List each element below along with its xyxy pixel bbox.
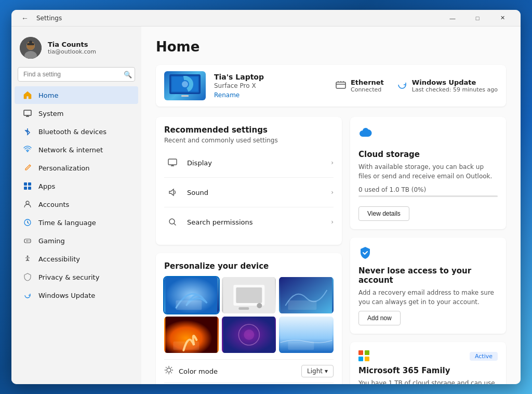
wallpaper-5[interactable]	[222, 317, 276, 353]
sidebar-item-update[interactable]: Windows Update	[15, 286, 138, 304]
search-permissions-icon	[164, 214, 181, 230]
home-icon	[23, 90, 32, 100]
display-arrow: ›	[331, 159, 334, 166]
sidebar-item-home[interactable]: Home	[15, 86, 138, 104]
sidebar-item-time[interactable]: Time & language	[15, 214, 138, 231]
user-section: Tia Counts tia@outlook.com	[11, 31, 141, 65]
ethernet-text: Ethernet Connected	[351, 78, 384, 93]
back-button[interactable]: ←	[18, 11, 32, 25]
ms365-title: Microsoft 365 Family	[358, 366, 498, 375]
ms365-red	[358, 350, 363, 355]
ethernet-status: Ethernet Connected	[335, 78, 384, 93]
display-label: Display	[187, 159, 331, 167]
sidebar-item-apps[interactable]: Apps	[15, 177, 138, 195]
sidebar-item-system-label: System	[38, 110, 63, 117]
minimize-button[interactable]: —	[441, 10, 464, 27]
security-title: Never lose access to your account	[358, 266, 498, 285]
sound-label: Sound	[187, 189, 331, 196]
color-mode-label: Color mode	[179, 367, 301, 375]
device-image	[164, 71, 206, 100]
add-now-button[interactable]: Add now	[358, 311, 401, 325]
avatar	[20, 37, 42, 59]
svg-rect-8	[28, 182, 31, 186]
wallpaper-2[interactable]	[222, 277, 276, 313]
sidebar-item-accounts[interactable]: Accounts	[15, 195, 138, 213]
sidebar: Tia Counts tia@outlook.com 🔍 Home	[11, 27, 141, 384]
cloud-storage-card: Cloud storage With available storage, yo…	[350, 117, 506, 229]
device-info: Tia's Laptop Surface Pro X Rename	[214, 73, 327, 99]
svg-point-11	[26, 201, 29, 204]
svg-point-19	[182, 81, 188, 87]
display-icon	[164, 154, 181, 171]
ms365-yellow	[365, 357, 369, 361]
sidebar-item-accessibility[interactable]: Accessibility	[15, 250, 138, 268]
status-chips: Ethernet Connected Windows Update Last c…	[335, 78, 498, 93]
svg-rect-32	[288, 300, 317, 310]
ms365-desc: You have 1 TB of cloud storage and can u…	[358, 378, 498, 384]
device-rename-link[interactable]: Rename	[214, 91, 327, 99]
sound-arrow: ›	[331, 189, 334, 196]
svg-rect-30	[238, 307, 249, 310]
privacy-icon	[23, 272, 32, 282]
sidebar-item-personalization-label: Personalization	[38, 164, 90, 172]
sidebar-item-accessibility-label: Accessibility	[38, 255, 80, 263]
sidebar-item-personalization[interactable]: Personalization	[15, 159, 138, 177]
browse-row[interactable]: Browse more backgrounds, colors, and the…	[164, 383, 334, 384]
security-icon	[358, 246, 498, 262]
cloud-desc: With available storage, you can back up …	[358, 162, 498, 181]
recommended-subtitle: Recent and commonly used settings	[164, 137, 334, 144]
gaming-icon	[23, 236, 32, 245]
wallpaper-1[interactable]	[164, 277, 219, 313]
main-panel: Home Tia's Laptop Surface	[141, 27, 521, 384]
search-permissions-label: Search permissions	[187, 218, 331, 226]
personalization-icon	[23, 163, 32, 173]
recommended-card: Recommended settings Recent and commonly…	[156, 117, 342, 245]
update-status-icon	[396, 79, 408, 93]
ms365-active-badge: Active	[470, 352, 498, 361]
account-security-card: Never lose access to your account Add a …	[350, 238, 506, 334]
user-info: Tia Counts tia@outlook.com	[48, 41, 133, 55]
two-col-layout: Recommended settings Recent and commonly…	[156, 117, 506, 384]
settings-item-sound[interactable]: Sound ›	[164, 178, 334, 207]
personalize-card: Personalize your device	[156, 253, 342, 384]
accessibility-icon	[23, 254, 32, 264]
device-name: Tia's Laptop	[214, 73, 327, 81]
storage-bar	[358, 195, 498, 197]
svg-point-5	[29, 41, 32, 44]
wallpaper-3[interactable]	[279, 277, 334, 313]
wallpaper-6[interactable]	[279, 317, 334, 353]
apps-icon	[23, 181, 32, 191]
system-icon	[23, 109, 32, 118]
svg-point-14	[27, 256, 29, 257]
sound-icon	[164, 184, 181, 201]
svg-rect-22	[168, 159, 177, 165]
sidebar-item-system[interactable]: System	[15, 104, 138, 122]
ms365-green	[365, 350, 369, 355]
sidebar-item-bluetooth[interactable]: Bluetooth & devices	[15, 123, 138, 140]
sidebar-item-privacy[interactable]: Privacy & security	[15, 268, 138, 286]
ethernet-label: Ethernet	[351, 78, 384, 86]
settings-item-search[interactable]: Search permissions ›	[164, 207, 334, 237]
sidebar-item-gaming[interactable]: Gaming	[15, 232, 138, 249]
sidebar-item-gaming-label: Gaming	[38, 237, 65, 245]
cloud-icon	[358, 125, 498, 146]
settings-item-display[interactable]: Display ›	[164, 148, 334, 178]
recommended-title: Recommended settings	[164, 125, 334, 135]
sidebar-item-network[interactable]: Network & internet	[15, 141, 138, 159]
security-desc: Add a recovery email address to make sur…	[358, 288, 498, 307]
sidebar-item-update-label: Windows Update	[38, 292, 95, 299]
bluetooth-icon	[23, 127, 32, 136]
search-icon[interactable]: 🔍	[124, 71, 132, 78]
wallpaper-4[interactable]	[164, 317, 219, 353]
accounts-icon	[23, 200, 32, 209]
search-input[interactable]	[18, 67, 135, 82]
sidebar-item-home-label: Home	[38, 91, 58, 99]
nav-list: Home System Bluetooth & devices	[11, 86, 141, 305]
color-mode-icon	[164, 365, 179, 377]
color-mode-select[interactable]: Light ▾	[301, 365, 334, 377]
maximize-button[interactable]: □	[466, 10, 489, 27]
view-details-button[interactable]: View details	[358, 206, 409, 221]
sidebar-item-privacy-label: Privacy & security	[38, 273, 99, 281]
close-button[interactable]: ✕	[490, 10, 514, 27]
svg-rect-25	[176, 300, 202, 310]
